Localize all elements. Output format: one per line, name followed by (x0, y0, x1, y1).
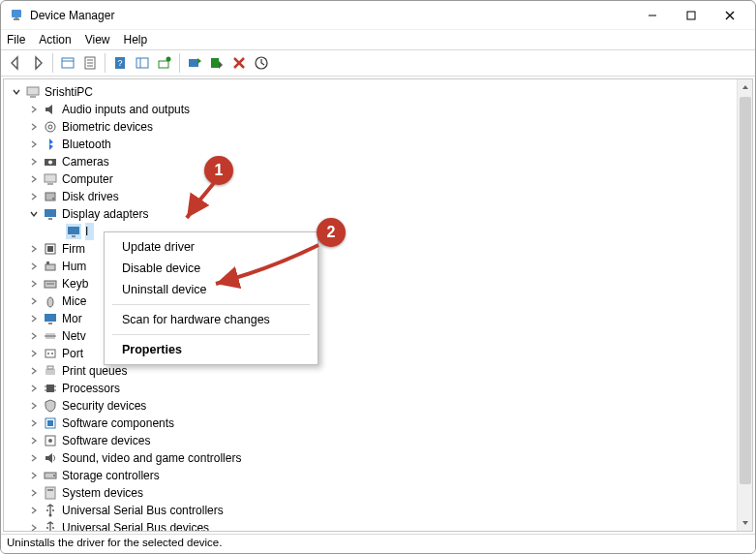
display-adapter-icon (66, 224, 81, 239)
chevron-right-icon[interactable] (27, 279, 41, 289)
tree-item-label: Storage controllers (62, 467, 160, 484)
chevron-right-icon[interactable] (27, 139, 41, 149)
chevron-right-icon[interactable] (27, 523, 41, 532)
tree-item[interactable]: Sound, video and game controllers (8, 449, 752, 467)
tree-root[interactable]: SrishtiPC (8, 83, 752, 101)
device-category-icon (43, 259, 58, 274)
menu-help[interactable]: Help (124, 33, 148, 46)
chevron-right-icon[interactable] (27, 174, 41, 184)
chevron-right-icon[interactable] (27, 436, 41, 446)
scan-button[interactable] (132, 52, 153, 74)
properties-button[interactable] (79, 52, 101, 74)
chevron-down-icon[interactable] (27, 209, 41, 219)
device-category-icon (43, 276, 58, 292)
chevron-right-icon[interactable] (27, 331, 41, 341)
tree-item[interactable]: Universal Serial Bus devices (8, 519, 752, 532)
chevron-right-icon[interactable] (27, 418, 41, 428)
scroll-down-button[interactable] (738, 515, 752, 531)
chevron-right-icon[interactable] (27, 296, 41, 306)
menu-action[interactable]: Action (39, 33, 71, 46)
tree-item[interactable]: Universal Serial Bus controllers (8, 502, 752, 519)
svg-point-62 (48, 439, 52, 443)
tree-item[interactable]: Bluetooth (8, 136, 752, 153)
scroll-up-button[interactable] (738, 79, 752, 95)
device-category-icon (43, 503, 58, 518)
tree-item-label: Security devices (62, 397, 146, 415)
chevron-right-icon[interactable] (27, 122, 41, 132)
chevron-right-icon[interactable] (27, 384, 41, 393)
ctx-disable-device[interactable]: Disable device (105, 258, 318, 279)
svg-rect-37 (72, 235, 76, 237)
device-category-icon (43, 398, 58, 414)
chevron-right-icon[interactable] (27, 262, 41, 271)
menu-view[interactable]: View (85, 33, 110, 46)
toolbar: ? (1, 49, 755, 77)
window-title: Device Manager (30, 9, 633, 22)
chevron-right-icon[interactable] (27, 157, 41, 167)
chevron-right-icon[interactable] (27, 453, 41, 463)
chevron-right-icon[interactable] (27, 471, 41, 480)
tree-item-label: Audio inputs and outputs (62, 101, 190, 118)
device-install-settings-button[interactable] (251, 52, 272, 74)
tree-item[interactable]: Software components (8, 415, 752, 432)
computer-icon (25, 84, 41, 100)
forward-button[interactable] (27, 52, 48, 74)
svg-rect-52 (45, 369, 55, 375)
tree-item[interactable]: Security devices (8, 397, 752, 415)
help-button[interactable]: ? (109, 52, 131, 74)
svg-rect-20 (211, 58, 219, 68)
svg-rect-7 (62, 58, 74, 68)
svg-rect-65 (45, 487, 55, 499)
tree-item[interactable]: Processors (8, 380, 752, 397)
uninstall-device-button[interactable] (228, 52, 250, 74)
tree-item[interactable]: Cameras (8, 153, 752, 170)
device-category-icon (43, 137, 58, 152)
chevron-right-icon[interactable] (27, 506, 41, 515)
disable-device-button[interactable] (206, 52, 227, 74)
tree-item[interactable]: Disk drives (8, 188, 752, 205)
tree-item[interactable]: Display adapters (8, 205, 752, 223)
add-legacy-button[interactable] (154, 52, 175, 74)
scroll-thumb[interactable] (740, 97, 751, 484)
chevron-right-icon[interactable] (27, 401, 41, 411)
chevron-right-icon[interactable] (27, 314, 41, 323)
svg-rect-45 (45, 314, 56, 322)
minimize-button[interactable] (633, 2, 672, 29)
svg-point-33 (52, 198, 54, 200)
tree-item[interactable]: Software devices (8, 432, 752, 449)
svg-point-26 (45, 122, 55, 132)
svg-rect-25 (30, 96, 36, 98)
tree-item[interactable]: Storage controllers (8, 467, 752, 484)
ctx-uninstall-device[interactable]: Uninstall device (105, 279, 318, 300)
update-driver-button[interactable] (184, 52, 205, 74)
tree-item[interactable]: Computer (8, 170, 752, 188)
tree-item[interactable]: Audio inputs and outputs (8, 101, 752, 118)
svg-rect-2 (15, 17, 18, 19)
svg-rect-36 (68, 227, 79, 234)
chevron-right-icon[interactable] (27, 366, 41, 376)
close-button[interactable] (711, 2, 749, 29)
tree-item[interactable]: Biometric devices (8, 118, 752, 136)
svg-rect-15 (136, 58, 148, 68)
back-button[interactable] (5, 52, 26, 74)
ctx-update-driver[interactable]: Update driver (105, 236, 318, 258)
show-hide-console-button[interactable] (57, 52, 78, 74)
svg-rect-53 (47, 366, 53, 369)
svg-point-64 (53, 475, 55, 477)
ctx-scan-hardware[interactable]: Scan for hardware changes (105, 309, 318, 330)
chevron-right-icon[interactable] (27, 105, 41, 114)
ctx-properties[interactable]: Properties (105, 339, 318, 360)
chevron-right-icon[interactable] (27, 244, 41, 254)
tree-item-label: Disk drives (62, 188, 119, 205)
svg-rect-17 (159, 61, 168, 68)
device-category-icon (43, 381, 58, 396)
vertical-scrollbar[interactable] (737, 79, 752, 531)
chevron-right-icon[interactable] (27, 192, 41, 201)
maximize-button[interactable] (672, 2, 711, 29)
chevron-right-icon[interactable] (27, 488, 41, 498)
device-category-icon (43, 119, 58, 135)
tree-item[interactable]: System devices (8, 484, 752, 502)
chevron-down-icon[interactable] (10, 87, 23, 97)
chevron-right-icon[interactable] (27, 349, 41, 358)
menu-file[interactable]: File (7, 33, 25, 46)
